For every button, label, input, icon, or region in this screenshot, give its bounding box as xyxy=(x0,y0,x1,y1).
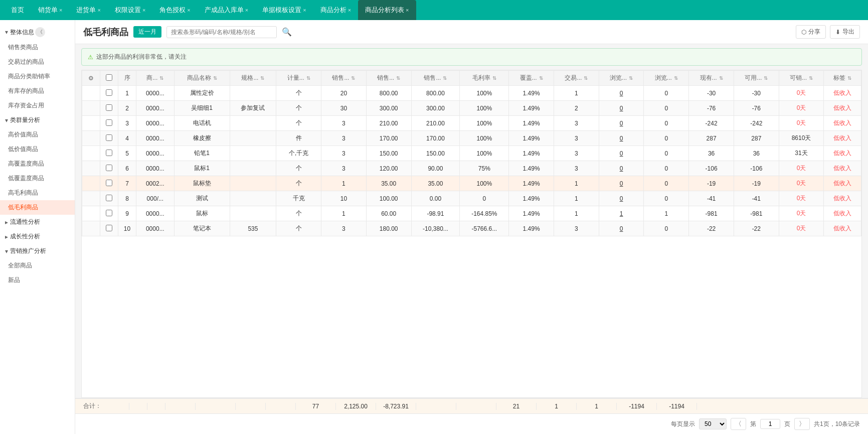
row-checkbox[interactable] xyxy=(106,165,112,171)
nav-purchase-order[interactable]: 进货单 × xyxy=(69,0,107,20)
th-coverage[interactable]: 覆盖...⇅ xyxy=(509,71,554,86)
th-views1[interactable]: 浏览...⇅ xyxy=(599,71,644,86)
cell-checkbox[interactable] xyxy=(100,101,118,116)
th-tag[interactable]: 标签⇅ xyxy=(824,71,861,86)
export-button[interactable]: ⬇ 导出 xyxy=(830,25,860,39)
row-checkbox[interactable] xyxy=(106,210,112,216)
row-checkbox[interactable] xyxy=(106,180,112,186)
sidebar-item-high-margin[interactable]: 高毛利商品 xyxy=(0,186,75,200)
sidebar-group-growth[interactable]: ▸ 成长性分析 xyxy=(0,229,75,244)
nav-template[interactable]: 单据模板设置 × xyxy=(255,0,313,20)
nav-analysis[interactable]: 商品分析 × xyxy=(313,0,358,20)
sidebar-group-cluster[interactable]: ▾ 类群量分析 xyxy=(0,113,75,127)
views1-link[interactable]: 0 xyxy=(620,150,623,157)
sidebar-group-overall[interactable]: ▾ 整体信息 《 xyxy=(0,24,75,40)
nav-close-permission[interactable]: × xyxy=(142,7,145,13)
select-all-checkbox[interactable] xyxy=(106,74,112,81)
th-sales-profit[interactable]: 销售...⇅ xyxy=(411,71,460,86)
sidebar-group-marketing[interactable]: ▾ 营销推广分析 xyxy=(0,244,75,258)
sidebar-item-in-stock[interactable]: 有库存的商品 xyxy=(0,84,75,98)
cell-checkbox[interactable] xyxy=(100,161,118,176)
views1-link[interactable]: 0 xyxy=(620,90,623,97)
collapse-overall-btn[interactable]: 《 xyxy=(35,27,45,37)
views1-link[interactable]: 0 xyxy=(620,105,623,112)
sidebar-item-sales-products[interactable]: 销售类商品 xyxy=(0,40,75,55)
sidebar-item-high-value[interactable]: 高价值商品 xyxy=(0,127,75,142)
th-stock-current[interactable]: 现有...⇅ xyxy=(689,71,734,86)
next-page-btn[interactable]: 〉 xyxy=(794,418,810,430)
cell-views1[interactable]: 1 xyxy=(599,206,644,221)
cell-views1[interactable]: 0 xyxy=(599,221,644,236)
cell-checkbox[interactable] xyxy=(100,146,118,161)
sidebar-item-low-coverage[interactable]: 低覆盖度商品 xyxy=(0,171,75,186)
nav-sales-order[interactable]: 销货单 × xyxy=(31,0,69,20)
nav-close-sales[interactable]: × xyxy=(59,7,62,13)
cell-views1[interactable]: 0 xyxy=(599,161,644,176)
nav-product-entry[interactable]: 产成品入库单 × xyxy=(198,0,255,20)
search-input[interactable] xyxy=(166,26,277,38)
views1-link[interactable]: 0 xyxy=(620,165,623,172)
cell-checkbox[interactable] xyxy=(100,116,118,131)
cell-checkbox[interactable] xyxy=(100,86,118,101)
nav-close-analysis-list[interactable]: × xyxy=(406,7,409,13)
th-settings[interactable]: ⚙ xyxy=(82,71,100,86)
views1-link[interactable]: 0 xyxy=(620,120,623,127)
cell-views1[interactable]: 0 xyxy=(599,86,644,101)
cell-views1[interactable]: 0 xyxy=(599,131,644,146)
sidebar-item-all-products[interactable]: 全部商品 xyxy=(0,258,75,273)
sidebar-item-low-value[interactable]: 低价值商品 xyxy=(0,142,75,157)
th-code[interactable]: 商...⇅ xyxy=(136,71,175,86)
nav-close-role[interactable]: × xyxy=(187,7,190,13)
nav-close-analysis[interactable]: × xyxy=(348,7,351,13)
sidebar-item-category-rate[interactable]: 商品分类助销率 xyxy=(0,69,75,84)
sidebar-item-new-products[interactable]: 新品 xyxy=(0,273,75,287)
th-sales-qty[interactable]: 销售...⇅ xyxy=(321,71,367,86)
th-views2[interactable]: 浏览...⇅ xyxy=(644,71,689,86)
sidebar-item-high-coverage[interactable]: 高覆盖度商品 xyxy=(0,157,75,171)
row-checkbox[interactable] xyxy=(106,119,112,126)
views1-link[interactable]: 0 xyxy=(620,225,623,232)
th-name[interactable]: 商品名称⇅ xyxy=(174,71,230,86)
row-checkbox[interactable] xyxy=(106,225,112,231)
cell-checkbox[interactable] xyxy=(100,131,118,146)
share-button[interactable]: ⬡ 分享 xyxy=(796,25,826,39)
views1-link[interactable]: 1 xyxy=(620,210,623,217)
sidebar-item-low-margin[interactable]: 低毛利商品 xyxy=(0,200,75,215)
row-checkbox[interactable] xyxy=(106,89,112,96)
th-stock-available[interactable]: 可用...⇅ xyxy=(734,71,779,86)
th-stock-saleable[interactable]: 可销...⇅ xyxy=(779,71,824,86)
th-spec[interactable]: 规格...⇅ xyxy=(230,71,276,86)
cell-checkbox[interactable] xyxy=(100,221,118,236)
nav-close-purchase[interactable]: × xyxy=(97,7,100,13)
page-size-select[interactable]: 50 100 200 xyxy=(699,418,727,429)
nav-close-template[interactable]: × xyxy=(303,7,306,13)
th-sales-price[interactable]: 销售...⇅ xyxy=(366,71,411,86)
cell-checkbox[interactable] xyxy=(100,191,118,206)
row-checkbox[interactable] xyxy=(106,104,112,111)
nav-analysis-list[interactable]: 商品分析列表 × xyxy=(358,0,416,20)
sidebar-item-traded[interactable]: 交易过的商品 xyxy=(0,55,75,69)
cell-views1[interactable]: 0 xyxy=(599,176,644,191)
cell-views1[interactable]: 0 xyxy=(599,116,644,131)
th-gross-rate[interactable]: 毛利率⇅ xyxy=(460,71,509,86)
th-transactions[interactable]: 交易...⇅ xyxy=(554,71,599,86)
cell-checkbox[interactable] xyxy=(100,176,118,191)
th-checkbox[interactable] xyxy=(100,71,118,86)
sidebar-item-capital[interactable]: 库存资金占用 xyxy=(0,98,75,113)
nav-close-product[interactable]: × xyxy=(245,7,248,13)
views1-link[interactable]: 0 xyxy=(620,135,623,142)
cell-views1[interactable]: 0 xyxy=(599,191,644,206)
cell-views1[interactable]: 0 xyxy=(599,146,644,161)
nav-permission[interactable]: 权限设置 × xyxy=(108,0,152,20)
prev-page-btn[interactable]: 〈 xyxy=(731,418,746,430)
row-checkbox[interactable] xyxy=(106,195,112,201)
views1-link[interactable]: 0 xyxy=(620,180,623,187)
row-checkbox[interactable] xyxy=(106,134,112,141)
period-button[interactable]: 近一月 xyxy=(133,26,161,38)
nav-role[interactable]: 角色授权 × xyxy=(152,0,197,20)
cell-views1[interactable]: 0 xyxy=(599,101,644,116)
th-unit[interactable]: 计量...⇅ xyxy=(276,71,321,86)
search-button[interactable]: 🔍 xyxy=(282,27,292,37)
sidebar-group-flow[interactable]: ▸ 流通性分析 xyxy=(0,215,75,229)
cell-checkbox[interactable] xyxy=(100,206,118,221)
